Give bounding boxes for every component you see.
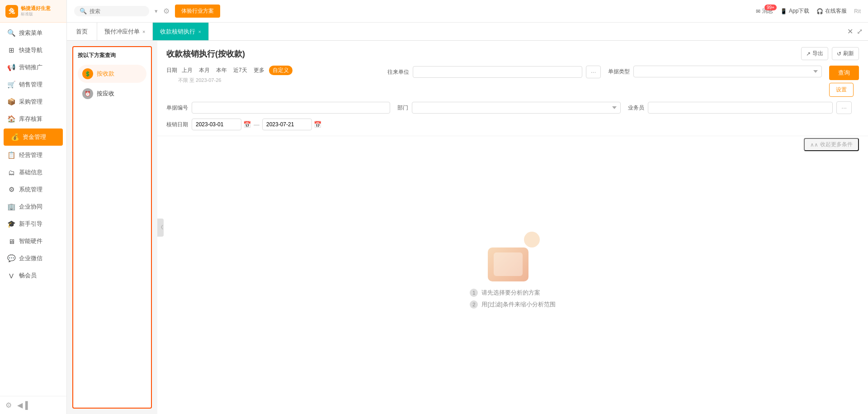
- verify-date-label: 核销日期: [166, 121, 188, 128]
- sidebar-item-search[interactable]: 🔍 搜索菜单: [0, 24, 66, 42]
- filter-panel-wrap: 按以下方案查询 💲 按收款 ⏰ 按应收 《: [67, 41, 157, 414]
- industry-btn[interactable]: 体验行业方案: [175, 5, 220, 18]
- receipt-icon: 💲: [82, 68, 93, 79]
- cart-icon: 🛒: [7, 81, 15, 89]
- date-shortcut-custom[interactable]: 自定义: [269, 66, 292, 75]
- date-shortcut-more[interactable]: 更多: [252, 66, 266, 75]
- collapse-sidebar-icon[interactable]: ◀▐: [17, 401, 28, 409]
- collapse-icon: 《: [158, 224, 163, 231]
- export-label: 导出: [812, 50, 823, 57]
- funds-icon: 💰: [11, 133, 19, 141]
- sidebar-item-funds[interactable]: 💰 资金管理: [4, 128, 63, 146]
- doc-no-label: 单据编号: [166, 104, 188, 112]
- tab-writeoff[interactable]: 收款核销执行 ×: [153, 23, 208, 40]
- query-btn[interactable]: 查询: [829, 66, 859, 80]
- member-icon: V: [7, 272, 15, 280]
- sidebar-item-label: 基础信息: [19, 168, 42, 176]
- sidebar-item-label: 快捷导航: [19, 46, 42, 54]
- empty-tips: 1 请先选择要分析的方案 2 用[过滤]条件来缩小分析范围: [470, 289, 555, 309]
- verify-date-end-input[interactable]: [262, 119, 312, 130]
- topbar-search-box[interactable]: 🔍: [74, 6, 149, 16]
- clipboard-icon: 📋: [7, 151, 15, 159]
- user-label: Rit: [854, 8, 861, 14]
- verify-date-start-wrap: 📅: [192, 119, 251, 130]
- online-service-btn[interactable]: 🎧 在线客服: [816, 7, 847, 15]
- calendar-start-icon[interactable]: 📅: [243, 121, 251, 128]
- sidebar-item-inventory[interactable]: 🏠 库存核算: [0, 110, 66, 128]
- sidebar-item-guide[interactable]: 🎓 新手引导: [0, 215, 66, 233]
- illustration-box-inner: [494, 252, 523, 276]
- filter-option-by-receipt[interactable]: 💲 按收款: [78, 65, 146, 83]
- partner-form-group: 往来单位 ···: [387, 66, 601, 78]
- sidebar-item-sales[interactable]: 🛒 销售管理: [0, 76, 66, 93]
- sidebar-item-quicknav[interactable]: ⊞ 快捷导航: [0, 42, 66, 59]
- sidebar-item-enterprise[interactable]: 🏢 企业协同: [0, 198, 66, 215]
- refresh-label: 刷新: [843, 50, 854, 57]
- sidebar-item-label: 系统管理: [19, 186, 42, 194]
- header-actions: ↗ 导出 ↺ 刷新: [801, 47, 859, 60]
- tab-prepay[interactable]: 预付冲应付单 ×: [97, 23, 153, 40]
- date-shortcut-this-month[interactable]: 本月: [197, 66, 212, 75]
- staff-dots-btn[interactable]: ···: [836, 101, 852, 114]
- calendar-end-icon[interactable]: 📅: [314, 121, 321, 128]
- sidebar-item-member[interactable]: V 畅会员: [0, 267, 66, 284]
- app-version: 标准版: [21, 11, 51, 17]
- date-shortcut-last-month[interactable]: 上月: [180, 66, 194, 75]
- date-shortcut-this-year[interactable]: 本年: [214, 66, 229, 75]
- filter-panel: 按以下方案查询 💲 按收款 ⏰ 按应收: [72, 46, 152, 409]
- tab-home[interactable]: 首页: [67, 23, 97, 40]
- sidebar-item-system[interactable]: ⚙ 系统管理: [0, 181, 66, 198]
- partner-input[interactable]: [413, 66, 582, 78]
- search-icon: 🔍: [7, 29, 15, 37]
- sidebar-item-label: 企业协同: [19, 203, 42, 211]
- sidebar-item-marketing[interactable]: 📢 营销推广: [0, 59, 66, 76]
- tab-prepay-close[interactable]: ×: [142, 29, 145, 34]
- sidebar-item-wechat[interactable]: 💬 企业微信: [0, 250, 66, 267]
- tab-expand-btn[interactable]: ⤢: [857, 27, 863, 36]
- sidebar-item-label: 企业微信: [19, 254, 42, 262]
- verify-date-start-input[interactable]: [192, 119, 241, 130]
- search-icon: 🔍: [80, 8, 87, 14]
- refresh-btn[interactable]: ↺ 刷新: [832, 47, 859, 60]
- export-btn[interactable]: ↗ 导出: [801, 47, 828, 60]
- filter-collapse-btn[interactable]: 《: [157, 219, 164, 237]
- filter-option-by-receivable[interactable]: ⏰ 按应收: [78, 85, 146, 103]
- app-label: App下载: [789, 7, 809, 15]
- message-badge: 99+: [764, 5, 777, 10]
- wechat-icon: 💬: [7, 254, 15, 262]
- home-icon: ⊞: [7, 46, 15, 54]
- message-btn[interactable]: ✉ 消息 99+: [756, 7, 773, 15]
- topbar-gear-icon[interactable]: ⚙: [163, 7, 170, 15]
- tabs-actions: ✕ ⤢: [847, 23, 868, 40]
- dept-select[interactable]: [412, 102, 621, 114]
- content-header: 收款核销执行(按收款) ↗ 导出 ↺ 刷新: [157, 41, 868, 60]
- settings-btn[interactable]: 设置: [829, 83, 854, 97]
- topbar-dropdown-icon[interactable]: ▾: [155, 8, 158, 14]
- empty-state: 1 请先选择要分析的方案 2 用[过滤]条件来缩小分析范围: [157, 153, 868, 414]
- date-separator: —: [254, 121, 259, 128]
- tip-text-2: 用[过滤]条件来缩小分析范围: [481, 300, 555, 309]
- app-icon: 📱: [780, 8, 787, 14]
- illustration-circle: [524, 232, 540, 247]
- tab-close-btn[interactable]: ✕: [847, 27, 853, 36]
- settings-bottom-icon[interactable]: ⚙: [5, 401, 12, 409]
- date-shortcut-7days[interactable]: 近7天: [231, 66, 249, 75]
- doc-no-input[interactable]: [192, 102, 390, 114]
- sidebar-item-label: 资金管理: [23, 133, 46, 141]
- sidebar-item-basic[interactable]: 🗂 基础信息: [0, 164, 66, 181]
- staff-input[interactable]: [648, 102, 833, 114]
- collapse-more-btn[interactable]: ∧∧ 收起更多条件: [804, 138, 859, 151]
- sidebar-item-hardware[interactable]: 🖥 智能硬件: [0, 233, 66, 250]
- page-title: 收款核销执行(按收款): [166, 48, 245, 59]
- sidebar-item-purchase[interactable]: 📦 采购管理: [0, 93, 66, 110]
- tab-writeoff-close[interactable]: ×: [198, 29, 201, 34]
- search-input[interactable]: [90, 8, 144, 14]
- sidebar-item-label: 新手引导: [19, 220, 42, 228]
- partner-label: 往来单位: [387, 68, 409, 76]
- app-download-btn[interactable]: 📱 App下载: [780, 7, 809, 15]
- sidebar-item-operations[interactable]: 📋 经营管理: [0, 147, 66, 164]
- partner-dots-btn[interactable]: ···: [586, 66, 601, 78]
- doc-type-select[interactable]: [633, 66, 822, 77]
- filter-option-receipt-label: 按收款: [97, 70, 114, 78]
- sidebar-nav: 🔍 搜索菜单 ⊞ 快捷导航 📢 营销推广 🛒 销售管理 📦 采购管理 🏠 库存核…: [0, 23, 66, 396]
